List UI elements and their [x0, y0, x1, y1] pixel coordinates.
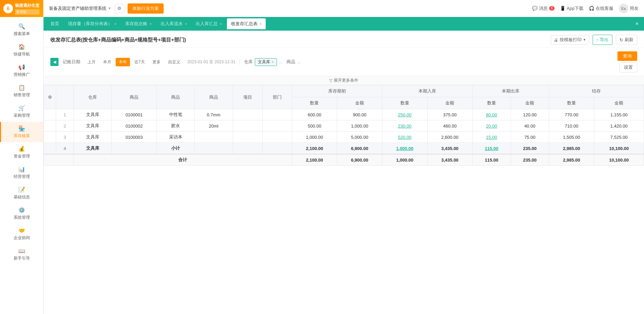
refresh-button[interactable]: ↻ 刷新	[616, 35, 637, 45]
sidebar-item-quick[interactable]: 🏠快捷导航	[0, 40, 43, 61]
row-code: 0100001	[112, 109, 157, 120]
tab-label-inout_flow: 出入库流水	[161, 21, 183, 27]
online-service-action[interactable]: 🎧 在线客服	[589, 5, 613, 12]
row-spec	[195, 143, 233, 154]
tab-close-icon-receive_summary[interactable]: ×	[260, 22, 262, 26]
print-template-button[interactable]: 🖨 按模板打印 ▼	[551, 35, 589, 45]
row-out-qty[interactable]: 20.00	[473, 120, 511, 132]
sidebar-item-search[interactable]: 🔍搜索菜单	[0, 20, 43, 40]
tab-close-icon-inout_flow[interactable]: ×	[185, 22, 187, 26]
settings-button-filter[interactable]: 设置	[620, 62, 637, 72]
date-this-year-btn[interactable]: 本年	[116, 58, 130, 66]
row-opening-amount: 5,000.00	[337, 132, 382, 143]
row-in-qty-link[interactable]: 520.00	[398, 135, 412, 140]
sidebar-item-enterprise[interactable]: 🤝企业协同	[0, 224, 43, 244]
expand-icon: ▽	[329, 78, 332, 83]
sidebar-item-system[interactable]: ⚙️系统管理	[0, 203, 43, 224]
row-out-qty-link[interactable]: 115.00	[485, 146, 498, 151]
row-in-qty-link[interactable]: 1,000.00	[396, 146, 413, 151]
th-out-group: 本期出库	[473, 85, 549, 97]
sidebar-item-finance[interactable]: 💰资金管理	[0, 142, 43, 163]
settings-button[interactable]: ⚙	[115, 4, 124, 13]
sidebar-item-inventory[interactable]: 🏪库存核算	[0, 122, 43, 142]
refresh-label: 刷新	[625, 37, 633, 43]
online-service-label: 在线客服	[596, 5, 613, 12]
tab-bar-close-button[interactable]: ×	[633, 21, 641, 27]
export-button[interactable]: ↑ 导出	[593, 35, 613, 45]
query-button[interactable]: 查询	[617, 51, 637, 61]
tab-receive_summary[interactable]: 收发存汇总表×	[227, 18, 266, 29]
system-title-dropdown[interactable]: 装备及固定资产辅助管理系统 ▼	[49, 5, 111, 12]
th-out-qty: 数量	[473, 97, 511, 109]
row-out-qty[interactable]: 80.00	[473, 109, 511, 120]
quick-icon: 🏠	[18, 44, 25, 50]
tab-close-icon-stock[interactable]: ×	[114, 22, 116, 26]
date-custom-btn[interactable]: 自定义	[165, 58, 183, 66]
th-balance-group: 结存	[549, 85, 644, 97]
user-action[interactable]: Ea 用友	[619, 4, 639, 13]
tab-inout_flow[interactable]: 出入库流水×	[156, 18, 191, 29]
tab-stock[interactable]: 现存量（库存分布表）×	[64, 18, 120, 29]
date-more-btn[interactable]: 更多	[149, 58, 164, 66]
row-num: 2	[56, 120, 74, 132]
row-in-amount: 2,600.00	[427, 132, 473, 143]
product-more-btn[interactable]: ...	[297, 60, 301, 64]
row-num: 4	[56, 143, 74, 154]
expand-conditions-button[interactable]: ▽ 展开更多条件	[329, 78, 358, 83]
app-download-action[interactable]: 📱 App下载	[560, 5, 583, 12]
date-7days-btn[interactable]: 近7天	[131, 58, 148, 66]
trial-button[interactable]: 体验行业方案	[128, 3, 164, 14]
row-out-qty-link[interactable]: 80.00	[486, 112, 497, 117]
row-settings[interactable]	[44, 143, 56, 154]
row-warehouse: 文具库	[74, 143, 112, 154]
tab-inout_summary[interactable]: 出入库汇总×	[192, 18, 226, 29]
tab-close-icon-batch[interactable]: ×	[149, 22, 151, 26]
export-icon: ↑	[596, 37, 599, 43]
row-out-qty-link[interactable]: 15.00	[486, 135, 497, 140]
warehouse-tag: 文具库 ×	[255, 58, 277, 66]
message-icon: 💬	[532, 6, 538, 11]
date-this-month-btn[interactable]: 本月	[100, 58, 114, 66]
th-opening-qty: 数量	[292, 97, 337, 109]
row-in-qty-link[interactable]: 230.00	[398, 123, 412, 129]
row-settings[interactable]	[44, 120, 56, 132]
sidebar-item-guide[interactable]: 📖新手引导	[0, 244, 43, 265]
row-warehouse: 文具库	[74, 109, 112, 120]
date-prev-month-btn[interactable]: 上月	[84, 58, 99, 66]
logo-icon: 6	[3, 4, 13, 13]
warehouse-tag-close-icon[interactable]: ×	[271, 60, 274, 64]
sidebar-item-marketing[interactable]: 📢营销推广	[0, 61, 43, 81]
tab-home[interactable]: 首页	[46, 18, 63, 29]
row-out-qty[interactable]: 115.00	[473, 143, 511, 154]
warehouse-filter: 仓库 文具库 × ...	[244, 58, 282, 66]
row-in-qty[interactable]: 520.00	[382, 132, 427, 143]
total-label: 合计	[74, 154, 292, 166]
table-settings-header[interactable]: ⚙	[44, 85, 56, 109]
row-in-qty[interactable]: 1,000.00	[382, 143, 427, 154]
row-settings[interactable]	[44, 132, 56, 143]
row-in-qty[interactable]: 230.00	[382, 120, 427, 132]
sidebar-item-purchase[interactable]: 🛒采购管理	[0, 101, 43, 122]
row-out-qty-link[interactable]: 20.00	[486, 123, 497, 129]
row-in-qty[interactable]: 250.00	[382, 109, 427, 120]
row-out-qty[interactable]: 15.00	[473, 132, 511, 143]
filter-toggle-button[interactable]: ◀	[50, 58, 59, 66]
tab-batch[interactable]: 库存批次账×	[121, 18, 155, 29]
row-balance-qty: 770.00	[549, 109, 594, 120]
tab-close-icon-inout_summary[interactable]: ×	[220, 22, 222, 26]
row-in-qty-link[interactable]: 250.00	[398, 112, 412, 117]
tab-label-batch: 库存批次账	[125, 21, 147, 27]
sidebar-item-operations[interactable]: 📊经营管理	[0, 163, 43, 183]
row-name: 胶水	[157, 120, 195, 132]
row-settings[interactable]	[44, 109, 56, 120]
sidebar-item-basic[interactable]: 📝基础信息	[0, 183, 43, 203]
message-label: 消息	[539, 5, 548, 12]
message-action[interactable]: 💬 消息 6	[532, 5, 555, 12]
page-header: 收发存汇总表(按仓库+商品编码+商品+规格型号+项目+部门) 🖨 按模板打印 ▼…	[44, 31, 644, 48]
sidebar-item-sales[interactable]: 📋销售管理	[0, 81, 43, 101]
operations-icon: 📊	[18, 166, 25, 172]
warehouse-more-btn[interactable]: ...	[279, 60, 282, 64]
sidebar-item-label-inventory: 库存核算	[14, 133, 30, 139]
active-indicator	[0, 122, 1, 142]
th-num	[56, 85, 74, 109]
